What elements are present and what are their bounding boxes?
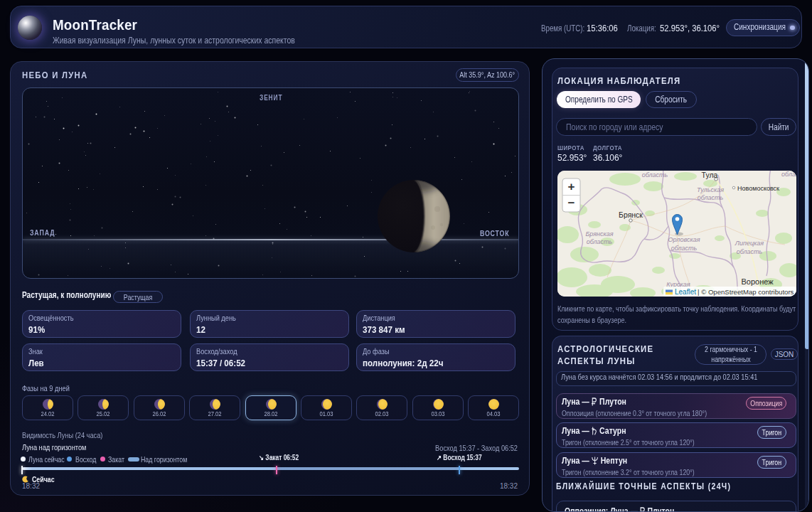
svg-text:Брянская: Брянская <box>585 230 613 238</box>
svg-text:Тульская: Тульская <box>697 186 724 193</box>
svg-text:обла: обла <box>781 171 796 178</box>
svg-text:Липецкая: Липецкая <box>734 240 764 247</box>
svg-text:Новомосковск: Новомосковск <box>737 185 779 192</box>
svg-text:Воронеж: Воронеж <box>741 277 774 286</box>
svg-text:Leaflet: Leaflet <box>675 288 696 296</box>
svg-text:| © OpenStreetMap contributors: | © OpenStreetMap contributors <box>698 288 794 296</box>
svg-text:Тула: Тула <box>702 171 718 179</box>
svg-text:+: + <box>568 180 575 193</box>
svg-text:−: − <box>568 196 575 210</box>
svg-text:Брянск: Брянск <box>619 210 643 219</box>
svg-text:область: область <box>671 245 698 252</box>
svg-text:Орловская: Орловская <box>668 236 700 243</box>
svg-text:область: область <box>698 194 724 201</box>
svg-text:область: область <box>737 248 763 255</box>
svg-text:область: область <box>642 171 668 178</box>
svg-text:область: область <box>587 238 613 245</box>
